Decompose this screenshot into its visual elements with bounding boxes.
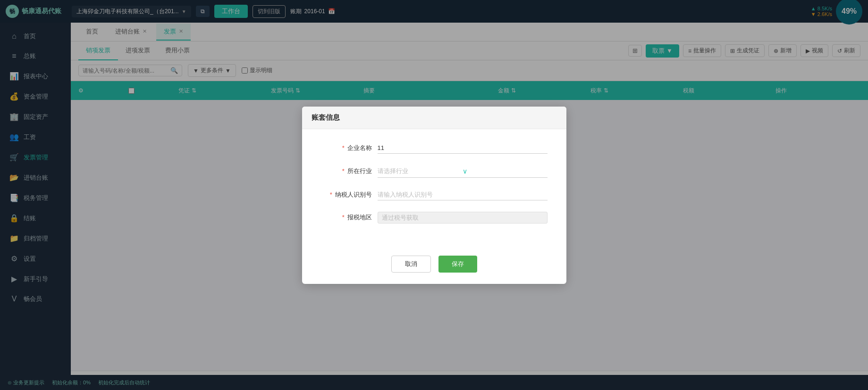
save-button[interactable]: 保存 — [438, 256, 477, 273]
tax-id-label: * 纳税人识别号 — [321, 191, 378, 199]
industry-label: * 所在行业 — [321, 167, 378, 175]
dialog-footer: 取消 保存 — [302, 248, 566, 284]
company-name-input[interactable] — [378, 142, 548, 154]
form-row-taxregion: * 报税地区 — [321, 212, 548, 224]
chevron-down-industry-icon: ∨ — [463, 167, 548, 175]
industry-placeholder: 请选择行业 — [378, 167, 463, 175]
tax-region-input — [378, 212, 548, 224]
dialog-body: * 企业名称 * 所在行业 请选择行业 ∨ * — [302, 129, 566, 248]
dialog-header: 账套信息 — [302, 107, 566, 129]
tax-region-label: * 报税地区 — [321, 213, 378, 222]
cancel-button[interactable]: 取消 — [391, 256, 431, 273]
dialog-title: 账套信息 — [312, 113, 340, 121]
required-star-taxid: * — [330, 191, 332, 198]
tax-id-input[interactable] — [378, 189, 548, 200]
form-row-industry: * 所在行业 请选择行业 ∨ — [321, 165, 548, 178]
required-star: * — [342, 144, 345, 151]
account-info-dialog: 账套信息 * 企业名称 * 所在行业 请选择行业 ∨ — [302, 107, 566, 284]
form-row-company: * 企业名称 — [321, 142, 548, 154]
required-star-industry: * — [342, 167, 345, 174]
required-star-taxregion: * — [342, 214, 345, 221]
form-row-taxid: * 纳税人识别号 — [321, 189, 548, 200]
industry-select[interactable]: 请选择行业 ∨ — [378, 165, 548, 178]
dialog-overlay: 账套信息 * 企业名称 * 所在行业 请选择行业 ∨ — [0, 0, 868, 390]
company-name-label: * 企业名称 — [321, 144, 378, 152]
